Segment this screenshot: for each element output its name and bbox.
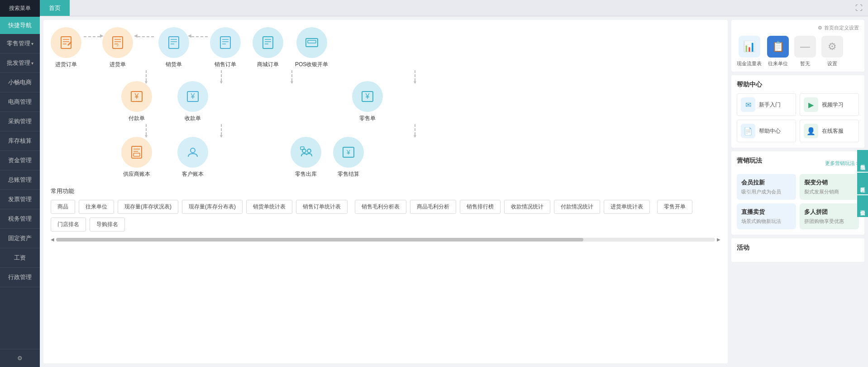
float-community-btn[interactable]: 服务社区 [857,173,868,194]
retail-settle-icon[interactable]: ¥ [333,137,364,168]
float-desktop-btn[interactable]: 桌面快捷 [857,195,868,217]
sidebar-item-retail[interactable]: 零售管理 ▾ [0,34,40,53]
customer-book-icon[interactable] [177,137,208,168]
help-service-icon: 👤 [804,124,818,138]
purchase-bill-icon[interactable]: ✓ [102,27,133,58]
func-btn-0[interactable]: 商品 [51,200,75,214]
sidebar-item-fixed-assets[interactable]: 固定资产 [0,229,40,248]
scroll-left-icon[interactable]: ◀ [51,237,54,242]
sidebar-quicknav[interactable]: 快捷导航 [0,17,40,34]
help-grid: ✉ 新手入门 ▶ 视频学习 📄 帮助中心 👤 在线客服 [737,93,859,142]
scrollbar[interactable]: ◀ ▶ [51,235,720,244]
sidebar-item-inventory[interactable]: 库存核算 [0,131,40,151]
arrow-sales-bill-from-order [138,36,154,37]
marketing-section: 营销玩法 更多营销玩法 > 会员拉新 吸引用户成为会员 裂变分销 裂式发展分销商… [731,151,864,235]
tab-home[interactable]: 首页 [40,0,70,16]
func-btn-12[interactable]: 零售开单 [657,200,692,214]
func-btn-4[interactable]: 销货单统计表 [246,200,292,214]
help-item-service[interactable]: 👤 在线客服 [800,120,859,142]
svg-rect-13 [220,37,230,48]
sidebar-item-finance[interactable]: 资金管理 [0,151,40,170]
sidebar-item-purchase[interactable]: 采购管理 [0,112,40,131]
sidebar-item-salary[interactable]: 工资 [0,248,40,268]
svg-rect-0 [61,37,71,48]
sidebar-item-invoice[interactable]: 发票管理 [0,190,40,209]
quick-icon-1[interactable]: 📋 往来单位 [767,36,789,67]
marketing-group[interactable]: 多人拼团 拼团购物享受优惠 [800,203,859,229]
flow-node-purchase-order: 进货订单 [51,27,81,68]
gear-small-icon: ⚙ [818,25,822,31]
help-item-beginner[interactable]: ✉ 新手入门 [737,93,796,116]
quick-icon-0[interactable]: 📊 现金流量表 [737,36,762,67]
supplier-book-icon[interactable] [121,137,152,168]
quick-icon-box-2: — [794,36,816,58]
arrow-sales-order-to-bill [191,36,208,37]
mall-order-icon[interactable] [253,27,283,58]
retail-icon[interactable]: ¥ [352,81,383,112]
chevron-down-icon: ▾ [31,61,33,66]
purchase-order-icon[interactable] [51,27,81,58]
sidebar-item-tax[interactable]: 税务管理 [0,209,40,229]
arrow-payment-down [146,124,147,135]
func-btn-9[interactable]: 收款情况统计 [504,200,550,214]
func-btn-10[interactable]: 付款情况统计 [554,200,600,214]
sidebar-item-ecom-mgmt[interactable]: 电商管理 [0,92,40,112]
quick-icon-label-3: 设置 [827,60,837,67]
sales-order-icon[interactable] [210,27,241,58]
func-btn-1[interactable]: 往来单位 [79,200,114,214]
payment-label: 付款单 [129,115,145,122]
float-service-btn[interactable]: 客服热线 [857,150,868,172]
func-btn-11[interactable]: 进货单统计表 [604,200,650,214]
svg-rect-9 [169,37,179,48]
scroll-right-icon[interactable]: ▶ [717,237,720,242]
help-item-help[interactable]: 📄 帮助中心 [737,120,796,142]
help-title: 帮助中心 [737,81,859,89]
pos-icon[interactable] [296,27,327,58]
customize-settings[interactable]: ⚙ 首页自定义设置 [737,24,859,31]
scroll-track[interactable] [56,238,715,241]
sidebar-item-ecom-small[interactable]: 小畅电商 [0,73,40,92]
marketing-more-link[interactable]: 更多营销玩法 > [825,160,859,167]
main-area: 首页 ⛶ 进货订单 [40,0,868,367]
func-btn-8[interactable]: 销售排行榜 [460,200,501,214]
quick-icon-3[interactable]: ⚙ 设置 [821,36,843,67]
func-btn-6[interactable]: 销售毛利分析表 [355,200,406,214]
flow-node-retail-out: 零售出库 [291,137,321,178]
sidebar-item-wholesale[interactable]: 批发管理 ▾ [0,53,40,73]
arrow-sales-bill-down [221,70,222,81]
quick-icon-2[interactable]: — 暂无 [794,36,816,67]
func-btn-5[interactable]: 销售订单统计表 [296,200,348,214]
svg-text:✓: ✓ [116,43,119,48]
flow-node-purchase-bill: ✓ 进货单 [102,27,133,68]
flow-node-retail: ¥ 零售单 [352,81,383,122]
receipt-label: 收款单 [185,115,201,122]
func-btn-7[interactable]: 商品毛利分析 [410,200,456,214]
flow-arrows-down-1 [51,70,720,81]
func-btn-3[interactable]: 现存量(库存分布表) [182,200,243,214]
sidebar-item-admin[interactable]: 行政管理 [0,268,40,287]
marketing-live[interactable]: 直播卖货 场景式购物新玩法 [737,203,796,229]
fullscreen-icon[interactable]: ⛶ [850,4,868,12]
flow-node-customer-book: 客户账本 [177,137,208,178]
flow-diagram: 进货订单 ✓ 进货单 [51,27,720,180]
sidebar-gear-icon[interactable]: ⚙ [0,349,40,367]
sidebar-search[interactable]: 搜索菜单 [0,0,40,17]
svg-rect-33 [134,153,140,156]
quick-icon-box-1: 📋 [767,36,789,58]
marketing-fission[interactable]: 裂变分销 裂式发展分销商 [800,174,859,200]
payment-icon[interactable]: ¥ [121,81,152,112]
receipt-icon[interactable]: ¥ [177,81,208,112]
help-item-video[interactable]: ▶ 视频学习 [800,93,859,116]
activity-title: 活动 [737,244,859,252]
sidebar-item-ledger[interactable]: 总账管理 [0,170,40,190]
sales-bill-icon[interactable] [158,27,189,58]
flow-node-sales-order: 销售订单 [210,27,241,68]
help-doc-icon: 📄 [741,124,755,138]
marketing-member[interactable]: 会员拉新 吸引用户成为会员 [737,174,796,200]
func-btn-2[interactable]: 现存量(库存状况表) [118,200,178,214]
retail-out-icon[interactable] [291,137,321,168]
func-btn-14[interactable]: 导购排名 [90,217,125,232]
help-section: 帮助中心 ✉ 新手入门 ▶ 视频学习 📄 帮助中心 👤 [731,75,864,148]
func-btn-13[interactable]: 门店排名 [51,217,86,232]
flow-node-sales-bill: 销货单 [158,27,189,68]
